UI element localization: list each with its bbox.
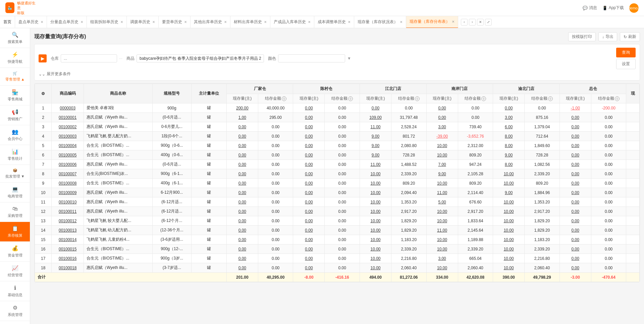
cell-chencun-qty[interactable]: 0.00 <box>293 179 325 188</box>
cell-jiangbei-qty[interactable]: 10.00 <box>360 263 391 273</box>
cell-total-qty[interactable]: 0.00 <box>559 141 591 150</box>
cell-nanan-qty[interactable]: 10.00 <box>426 263 458 273</box>
sidebar-item-basic-info[interactable]: ℹ 基础信息 <box>0 281 30 301</box>
tab-close-all-btn[interactable]: ✕ <box>477 19 484 26</box>
cell-code[interactable]: 00100009 <box>52 188 84 197</box>
cell-total-qty[interactable]: 0.00 <box>559 122 591 132</box>
cell-nanan-qty[interactable]: 9.00 <box>426 169 458 179</box>
tab-kucun-dist[interactable]: 现存量（库存分布表） ✕ <box>406 16 458 28</box>
cell-code[interactable]: 00100013 <box>52 226 84 235</box>
cell-nanan-qty[interactable]: 10.00 <box>426 207 458 216</box>
filter-expand-btn[interactable]: ▶ <box>39 54 47 62</box>
cell-yubei-qty[interactable]: 3.00 <box>493 113 525 122</box>
cell-total-qty[interactable]: 0.00 <box>559 197 591 207</box>
cell-factory-qty[interactable]: 0.00 <box>226 141 258 150</box>
cell-yubei-qty[interactable]: 10.00 <box>493 263 525 273</box>
tab-home[interactable]: 首页 <box>0 16 15 28</box>
factory-amt-info[interactable]: ① <box>282 96 286 101</box>
tab-close-qitachu[interactable]: ✕ <box>224 20 227 24</box>
cell-nanan-qty[interactable]: 10.00 <box>426 244 458 254</box>
table-settings-icon[interactable]: ⚙ <box>40 90 47 97</box>
cell-total-qty[interactable]: 0.00 <box>559 113 591 122</box>
cell-total-qty[interactable]: 0.00 <box>559 235 591 244</box>
cell-factory-qty[interactable]: 0.00 <box>226 216 258 226</box>
export-btn[interactable]: ↓ 导出 <box>598 32 617 41</box>
cell-jiangbei-qty[interactable]: 10.00 <box>360 197 391 207</box>
cell-chencun-qty[interactable]: 0.00 <box>293 132 325 141</box>
tab-kucun-status[interactable]: 现存量（库存状况表） ✕ <box>354 16 406 28</box>
query-btn[interactable]: 查询 <box>616 48 636 57</box>
sidebar-item-retail-stats[interactable]: 📊 零售统计 <box>0 145 30 165</box>
tab-close-yaohuo[interactable]: ✕ <box>184 20 187 24</box>
tab-diaopao[interactable]: 调拨单历史 ✕ <box>127 16 159 28</box>
sidebar-item-purchase[interactable]: 🛍 采购管理 <box>0 202 30 222</box>
tab-expand-btn[interactable]: ⤢ <box>485 19 492 26</box>
cell-total-qty[interactable]: 0.00 <box>559 226 591 235</box>
settings-btn[interactable]: 设置 <box>616 59 636 69</box>
nanan-amt-info[interactable]: ① <box>481 96 486 101</box>
cell-yubei-qty[interactable]: 10.00 <box>493 207 525 216</box>
cell-yubei-qty[interactable]: 10.00 <box>493 169 525 179</box>
sidebar-item-finance[interactable]: 💰 资金管理 <box>0 242 30 262</box>
cell-factory-qty[interactable]: 0.00 <box>226 197 258 207</box>
jiangbei-amt-info[interactable]: ① <box>415 96 420 101</box>
cell-factory-qty[interactable]: 0.00 <box>226 226 258 235</box>
print-btn[interactable]: 按模版打印 <box>568 32 596 41</box>
refresh-btn[interactable]: ↻ 刷新 <box>620 32 640 41</box>
cell-total-qty[interactable]: 0.00 <box>559 263 591 273</box>
cell-jiangbei-qty[interactable]: 9.00 <box>360 132 391 141</box>
cell-yubei-qty[interactable]: 8.00 <box>493 160 525 169</box>
cell-total-qty[interactable]: 0.00 <box>559 254 591 263</box>
cell-factory-qty[interactable]: 0.00 <box>226 207 258 216</box>
sidebar-item-ecommerce[interactable]: 💻 电商管理 <box>0 183 30 202</box>
cell-jiangbei-qty[interactable]: 11.00 <box>360 160 391 169</box>
cell-jiangbei-qty[interactable]: 10.00 <box>360 169 391 179</box>
cell-yubei-qty[interactable]: 8.00 <box>493 132 525 141</box>
cell-factory-qty[interactable]: 0.00 <box>226 150 258 160</box>
cell-yubei-qty[interactable]: 9.00 <box>493 150 525 160</box>
cell-nanan-qty[interactable]: 0.00 <box>426 113 458 122</box>
cell-code[interactable]: 00100010 <box>52 197 84 207</box>
cell-chencun-qty[interactable]: 0.00 <box>293 254 325 263</box>
cell-nanan-qty[interactable]: 5.00 <box>426 197 458 207</box>
cell-factory-qty[interactable]: 0.00 <box>226 263 258 273</box>
cell-chencun-qty[interactable]: 0.00 <box>293 113 325 122</box>
cell-total-qty[interactable]: 0.00 <box>559 150 591 160</box>
cell-chencun-qty[interactable]: 0.00 <box>293 226 325 235</box>
cell-total-qty[interactable]: 0.00 <box>559 207 591 216</box>
user-area[interactable]: demo2 <box>629 3 639 13</box>
cell-jiangbei-qty[interactable]: 10.00 <box>360 254 391 263</box>
cell-total-qty[interactable]: 0.00 <box>559 179 591 188</box>
cell-jiangbei-qty[interactable]: 109.00 <box>360 113 391 122</box>
warehouse-input[interactable] <box>61 54 117 62</box>
cell-jiangbei-qty[interactable]: 0.00 <box>360 103 391 113</box>
color-dropdown-icon[interactable]: ▼ <box>347 56 351 61</box>
tab-pandian[interactable]: 盘点单历史 ✕ <box>15 16 47 28</box>
tab-close-chengben[interactable]: ✕ <box>348 20 351 24</box>
cell-nanan-qty[interactable]: 0.00 <box>426 103 458 113</box>
cell-code[interactable]: 00100005 <box>52 150 84 160</box>
cell-nanan-qty[interactable]: 3.00 <box>426 122 458 132</box>
tab-close-pandian[interactable]: ✕ <box>41 20 43 24</box>
cell-nanan-qty[interactable]: 11.00 <box>426 188 458 197</box>
tab-chengben[interactable]: 成本调整单历史 ✕ <box>314 16 354 28</box>
cell-code[interactable]: 00100007 <box>52 169 84 179</box>
cell-code[interactable]: 00100012 <box>52 216 84 226</box>
cell-code[interactable]: 0000003 <box>52 103 84 113</box>
sidebar-item-enterprise[interactable]: 🤝 企业协同 <box>0 321 30 324</box>
cell-jiangbei-qty[interactable]: 10.00 <box>360 179 391 188</box>
cell-yubei-qty[interactable]: 10.00 <box>493 197 525 207</box>
more-conditions-btn[interactable]: ⌄⌄ 展开更多条件 <box>39 71 636 77</box>
tab-fenpandian[interactable]: 分量盘点单历史 ✕ <box>47 16 87 28</box>
cell-code[interactable]: 00100011 <box>52 207 84 216</box>
cell-chencun-qty[interactable]: 0.00 <box>293 141 325 150</box>
tab-qitachu[interactable]: 其他出库单历史 ✕ <box>191 16 230 28</box>
tab-close-kucun-status[interactable]: ✕ <box>400 20 402 24</box>
cell-yubei-qty[interactable]: 10.00 <box>493 244 525 254</box>
app-download-btn[interactable]: 📱 App下载 <box>602 5 624 11</box>
cell-code[interactable]: 00100015 <box>52 244 84 254</box>
sidebar-item-member[interactable]: 👥 会员中心 <box>0 125 30 145</box>
cell-factory-qty[interactable]: 200.00 <box>226 103 258 113</box>
cell-nanan-qty[interactable]: 3.00 <box>426 254 458 263</box>
cell-jiangbei-qty[interactable]: 10.00 <box>360 226 391 235</box>
